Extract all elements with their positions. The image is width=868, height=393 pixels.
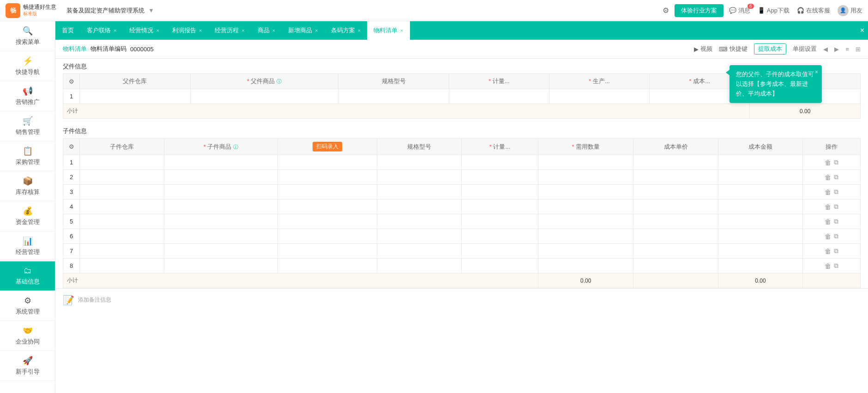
child-row5-warehouse[interactable] xyxy=(80,214,164,229)
child-row8-product[interactable] xyxy=(164,259,277,273)
nav-tab-条码方案[interactable]: 条码方案× xyxy=(325,21,367,40)
child-row2-unit-cost[interactable] xyxy=(633,170,718,185)
child-row8-spec[interactable] xyxy=(277,259,377,273)
sidebar-item-营销推广[interactable]: 📢营销推广 xyxy=(0,81,55,111)
child-row6-warehouse[interactable] xyxy=(80,229,164,244)
tab-close-8[interactable]: × xyxy=(400,28,403,33)
message-button[interactable]: 💬 消息 6 xyxy=(729,6,750,15)
parent-row1-unit[interactable] xyxy=(449,89,549,104)
parent-row1-product[interactable] xyxy=(190,89,338,104)
copy-icon-3[interactable]: ⧉ xyxy=(834,188,838,196)
nav-tab-利润报告[interactable]: 利润报告× xyxy=(166,21,208,40)
child-row3-unit-cost[interactable] xyxy=(633,185,718,200)
dropdown-icon[interactable]: ▼ xyxy=(148,7,154,14)
child-row4-spec[interactable] xyxy=(277,200,377,214)
delete-icon-3[interactable]: 🗑 xyxy=(825,188,831,196)
child-row2-unit[interactable] xyxy=(462,170,538,185)
sidebar-item-基础信息[interactable]: 🗂基础信息 xyxy=(0,261,55,291)
nav-tab-客户联络[interactable]: 客户联络× xyxy=(80,21,123,40)
child-row4-spec2[interactable] xyxy=(377,200,461,214)
child-row4-quantity[interactable] xyxy=(538,200,633,214)
delete-icon-8[interactable]: 🗑 xyxy=(825,262,831,270)
tab-close-3[interactable]: × xyxy=(199,28,202,33)
child-row1-unit-cost[interactable] xyxy=(633,155,718,170)
sidebar-item-快捷导航[interactable]: ⚡快捷导航 xyxy=(0,51,55,81)
child-row7-product[interactable] xyxy=(164,244,277,259)
tab-close-1[interactable]: × xyxy=(114,28,116,33)
tab-close-6[interactable]: × xyxy=(315,28,318,33)
settings-icon[interactable]: ⚙ xyxy=(663,6,669,15)
child-col-settings[interactable]: ⚙ xyxy=(63,139,80,155)
parent-row1-warehouse[interactable] xyxy=(80,89,191,104)
child-row7-spec[interactable] xyxy=(277,244,377,259)
child-row7-unit-cost[interactable] xyxy=(633,244,718,259)
copy-icon-2[interactable]: ⧉ xyxy=(834,173,838,181)
child-row7-unit[interactable] xyxy=(462,244,538,259)
child-row6-spec[interactable] xyxy=(277,229,377,244)
single-settings-button[interactable]: 单据设置 xyxy=(793,45,817,53)
tab-close-5[interactable]: × xyxy=(272,28,275,33)
trial-button[interactable]: 体验行业方案 xyxy=(675,4,723,17)
copy-icon-1[interactable]: ⧉ xyxy=(834,158,838,166)
nav-tab-新增商品[interactable]: 新增商品× xyxy=(282,21,324,40)
child-row1-unit[interactable] xyxy=(462,155,538,170)
child-row1-spec2[interactable] xyxy=(377,155,461,170)
copy-icon-8[interactable]: ⧉ xyxy=(834,262,838,270)
delete-icon-5[interactable]: 🗑 xyxy=(825,218,831,225)
child-row5-spec[interactable] xyxy=(277,214,377,229)
child-row8-unit[interactable] xyxy=(462,259,538,273)
child-row6-spec2[interactable] xyxy=(377,229,461,244)
child-row5-unit-cost[interactable] xyxy=(633,214,718,229)
child-row7-warehouse[interactable] xyxy=(80,244,164,259)
child-row8-quantity[interactable] xyxy=(538,259,633,273)
child-row2-spec[interactable] xyxy=(277,170,377,185)
delete-icon-2[interactable]: 🗑 xyxy=(825,174,831,181)
child-row6-quantity[interactable] xyxy=(538,229,633,244)
child-row6-product[interactable] xyxy=(164,229,277,244)
child-row3-quantity[interactable] xyxy=(538,185,633,200)
child-row3-spec[interactable] xyxy=(277,185,377,200)
child-row4-unit[interactable] xyxy=(462,200,538,214)
tab-close-4[interactable]: × xyxy=(241,28,244,33)
child-row2-quantity[interactable] xyxy=(538,170,633,185)
scan-button[interactable]: 扫码录入 xyxy=(313,142,342,151)
tab-close-2[interactable]: × xyxy=(156,28,159,33)
online-service-button[interactable]: 🎧 在线客服 xyxy=(797,6,830,15)
child-row7-spec2[interactable] xyxy=(377,244,461,259)
child-row3-unit[interactable] xyxy=(462,185,538,200)
sidebar-item-采购管理[interactable]: 📋采购管理 xyxy=(0,141,55,171)
app-download-button[interactable]: 📱 App下载 xyxy=(758,6,790,15)
copy-icon-6[interactable]: ⧉ xyxy=(834,232,838,240)
sidebar-item-销售管理[interactable]: 🛒销售管理 xyxy=(0,111,55,141)
sidebar-item-企业协同[interactable]: 🤝企业协同 xyxy=(0,321,55,351)
delete-icon-6[interactable]: 🗑 xyxy=(825,233,831,240)
cost-button[interactable]: 提取成本 xyxy=(754,43,786,54)
child-col-scan[interactable]: 扫码录入 xyxy=(277,139,377,155)
child-row3-spec2[interactable] xyxy=(377,185,461,200)
delete-icon-7[interactable]: 🗑 xyxy=(825,248,831,255)
child-row4-unit-cost[interactable] xyxy=(633,200,718,214)
child-row3-warehouse[interactable] xyxy=(80,185,164,200)
sidebar-item-库存核算[interactable]: 📦库存核算 xyxy=(0,171,55,201)
child-row2-warehouse[interactable] xyxy=(80,170,164,185)
child-row8-unit-cost[interactable] xyxy=(633,259,718,273)
nav-tab-经营历程[interactable]: 经营历程× xyxy=(208,21,251,40)
copy-icon-5[interactable]: ⧉ xyxy=(834,218,838,225)
child-row5-product[interactable] xyxy=(164,214,277,229)
prev-icon[interactable]: ◀ xyxy=(823,46,828,53)
nav-tab-经营情况[interactable]: 经营情况× xyxy=(123,21,165,40)
child-row1-warehouse[interactable] xyxy=(80,155,164,170)
child-row8-warehouse[interactable] xyxy=(80,259,164,273)
child-row4-product[interactable] xyxy=(164,200,277,214)
sidebar-item-经营管理[interactable]: 📊经营管理 xyxy=(0,231,55,261)
tab-close-7[interactable]: × xyxy=(358,28,361,33)
parent-row1-spec[interactable] xyxy=(338,89,449,104)
parent-row1-produce[interactable] xyxy=(549,89,650,104)
copy-icon-4[interactable]: ⧉ xyxy=(834,203,838,211)
close-all-tabs[interactable]: × xyxy=(856,26,868,35)
child-row6-unit[interactable] xyxy=(462,229,538,244)
delete-icon-1[interactable]: 🗑 xyxy=(825,159,831,166)
nav-tab-商品[interactable]: 商品× xyxy=(251,21,282,40)
child-row5-quantity[interactable] xyxy=(538,214,633,229)
child-row1-quantity[interactable] xyxy=(538,155,633,170)
